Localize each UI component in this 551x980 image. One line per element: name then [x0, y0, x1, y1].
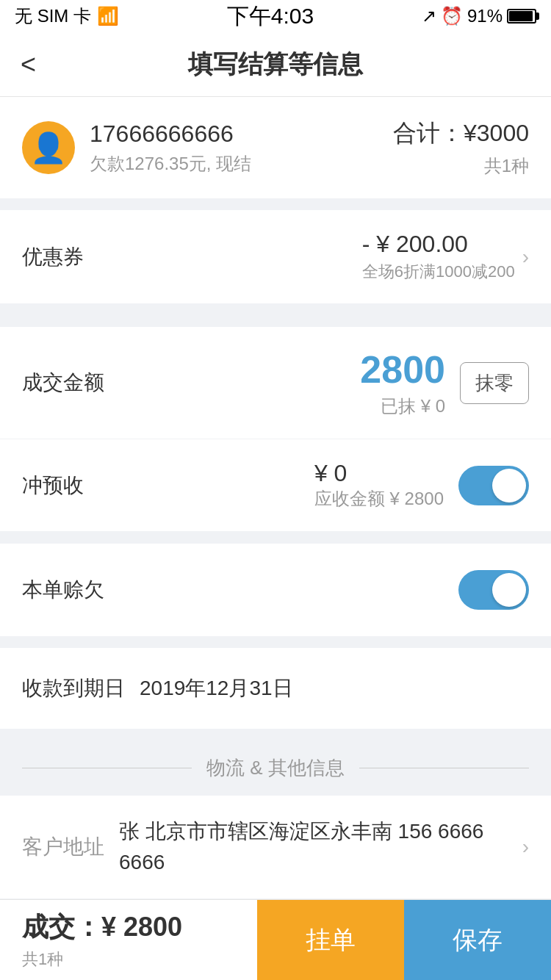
- bottom-count: 共1种: [22, 948, 235, 970]
- debit-toggle[interactable]: [458, 570, 529, 610]
- customer-phone: 17666666666: [90, 120, 251, 148]
- total-amount: 合计：¥3000: [393, 118, 529, 150]
- customer-note: 欠款1276.35元, 现结: [90, 152, 251, 176]
- back-button[interactable]: <: [21, 49, 36, 80]
- customer-info: 17666666666 欠款1276.35元, 现结: [90, 120, 251, 176]
- bottom-deal-prefix: 成交：: [22, 912, 101, 942]
- deal-sub: 已抹 ¥ 0: [360, 394, 445, 418]
- wifi-icon: 📶: [97, 6, 119, 26]
- logistics-line-right: [359, 768, 529, 768]
- status-left: 无 SIM 卡 📶: [15, 4, 119, 28]
- prepay-sub: 应收金额 ¥ 2800: [314, 487, 444, 511]
- deal-section: 成交金额 2800 已抹 ¥ 0 抹零 冲预收 ¥ 0 应收金额 ¥ 2800: [0, 327, 551, 532]
- due-date-value: 2019年12月31日: [140, 674, 293, 702]
- address-chevron-icon: ›: [522, 835, 529, 859]
- coupon-row[interactable]: 优惠券 - ¥ 200.00 全场6折满1000减200 ›: [0, 210, 551, 303]
- prepay-value: ¥ 0: [314, 460, 444, 487]
- customer-card: 👤 17666666666 欠款1276.35元, 现结 合计：¥3000 共1…: [0, 97, 551, 198]
- coupon-right: - ¥ 200.00 全场6折满1000减200 ›: [362, 231, 529, 283]
- logistics-line-left: [22, 768, 192, 768]
- separator-1: [0, 315, 551, 327]
- address-row[interactable]: 客户地址 张 北京市市辖区海淀区永丰南 156 6666 6666 ›: [0, 796, 551, 898]
- customer-right: 合计：¥3000 共1种: [393, 118, 529, 178]
- total-count: 共1种: [393, 154, 529, 178]
- prepay-label: 冲预收: [22, 472, 84, 500]
- debit-label: 本单赊欠: [22, 576, 104, 604]
- due-date-label: 收款到期日: [22, 674, 125, 702]
- customer-left: 👤 17666666666 欠款1276.35元, 现结: [22, 120, 251, 176]
- round-button[interactable]: 抹零: [460, 362, 529, 404]
- bottom-deal-amount: ¥ 2800: [101, 912, 182, 942]
- debit-toggle-knob: [492, 573, 526, 607]
- deal-amount-row: 成交金额 2800 已抹 ¥ 0 抹零: [0, 327, 551, 439]
- battery-indicator: [507, 9, 536, 24]
- deal-amount-label: 成交金额: [22, 369, 104, 397]
- coupon-desc: 全场6折满1000减200: [362, 261, 515, 283]
- deal-amount-value: 2800: [360, 347, 445, 392]
- toggle-knob: [492, 469, 526, 502]
- hang-button[interactable]: 挂单: [257, 900, 404, 981]
- logistics-divider: 物流 & 其他信息: [0, 741, 551, 796]
- coupon-discount: - ¥ 200.00: [362, 231, 515, 258]
- alarm-icon: ⏰: [441, 6, 463, 26]
- avatar: 👤: [22, 121, 75, 174]
- nav-bar: < 填写结算等信息: [0, 32, 551, 97]
- battery-percent: 91%: [467, 6, 503, 26]
- prepay-row: 冲预收 ¥ 0 应收金额 ¥ 2800: [0, 439, 551, 532]
- location-icon: ↗: [422, 6, 436, 26]
- due-date-row: 收款到期日 2019年12月31日: [0, 648, 551, 729]
- separator-2: [0, 532, 551, 544]
- bottom-deal-label: 成交：¥ 2800: [22, 909, 235, 945]
- separator-4: [0, 729, 551, 741]
- deal-right: 2800 已抹 ¥ 0 抹零: [360, 347, 529, 418]
- address-content: 张 北京市市辖区海淀区永丰南 156 6666 6666: [119, 816, 508, 878]
- status-right: ↗ ⏰ 91%: [422, 6, 536, 26]
- separator-3: [0, 636, 551, 648]
- battery-fill: [509, 11, 533, 21]
- prepay-toggle[interactable]: [458, 466, 529, 505]
- logistics-label: 物流 & 其他信息: [206, 755, 345, 781]
- bottom-bar: 成交：¥ 2800 共1种 挂单 保存: [0, 899, 551, 980]
- time-label: 下午4:03: [227, 1, 314, 32]
- chevron-right-icon: ›: [522, 245, 529, 269]
- carrier-label: 无 SIM 卡: [15, 4, 91, 28]
- coupon-label: 优惠券: [22, 243, 84, 271]
- page-title: 填写结算等信息: [188, 48, 363, 82]
- content: 👤 17666666666 欠款1276.35元, 现结 合计：¥3000 共1…: [0, 97, 551, 980]
- bottom-summary: 成交：¥ 2800 共1种: [0, 909, 257, 970]
- debit-row: 本单赊欠: [0, 544, 551, 636]
- save-button[interactable]: 保存: [404, 900, 551, 981]
- address-label: 客户地址: [22, 833, 104, 861]
- avatar-icon: 👤: [30, 131, 67, 165]
- status-bar: 无 SIM 卡 📶 下午4:03 ↗ ⏰ 91%: [0, 0, 551, 32]
